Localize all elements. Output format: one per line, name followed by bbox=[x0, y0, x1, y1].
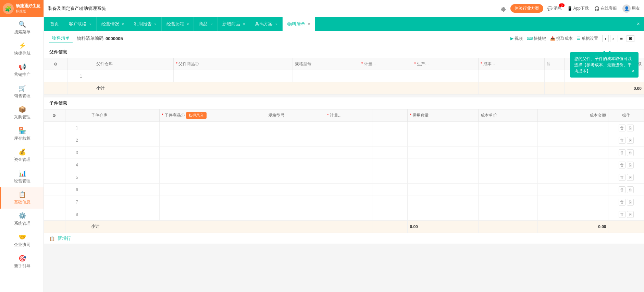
settings-icon[interactable] bbox=[499, 5, 506, 12]
child-row8-spec[interactable] bbox=[266, 208, 325, 221]
child-row4-qty[interactable] bbox=[408, 159, 479, 171]
tab-bizstatus-close[interactable]: × bbox=[122, 22, 124, 26]
action-extract-cost[interactable]: 📤 提取成本 bbox=[550, 36, 573, 42]
child-row5-warehouse[interactable] bbox=[89, 171, 160, 184]
child-row7-delete-icon[interactable]: 🗑 bbox=[619, 199, 626, 206]
action-extract-cost[interactable]: ▶ 视频 bbox=[510, 36, 523, 42]
user-avatar-item[interactable]: 👤 用友 bbox=[622, 4, 640, 13]
sidebar-item-guide[interactable]: 🎯 新手引导 bbox=[0, 251, 44, 272]
child-row3-product[interactable] bbox=[160, 147, 266, 159]
child-row5-spec[interactable] bbox=[266, 171, 325, 184]
child-row6-copy-icon[interactable]: ⎘ bbox=[627, 186, 634, 193]
child-row7-unit[interactable] bbox=[325, 196, 372, 208]
child-row1-qty[interactable] bbox=[408, 122, 479, 134]
child-row1-spec[interactable] bbox=[266, 122, 325, 134]
child-row5-unit[interactable] bbox=[325, 171, 372, 184]
child-row1-price[interactable] bbox=[479, 122, 537, 134]
child-row1-unit[interactable] bbox=[325, 122, 372, 134]
child-row8-delete-icon[interactable]: 🗑 bbox=[619, 211, 626, 218]
sidebar-item-operation[interactable]: 📊 经营管理 bbox=[0, 166, 44, 187]
app-download-item[interactable]: 📱 App下载 bbox=[567, 5, 589, 11]
tab-barcode-close[interactable]: × bbox=[275, 22, 277, 26]
tab-home[interactable]: 首页 bbox=[45, 17, 64, 31]
sidebar-item-marketing[interactable]: 📢 营销推广 bbox=[0, 60, 44, 81]
child-row4-unit[interactable] bbox=[325, 159, 372, 171]
message-icon-item[interactable]: 💬 消息 6 bbox=[547, 5, 562, 11]
child-row6-delete-icon[interactable]: 🗑 bbox=[619, 186, 626, 193]
tab-goods[interactable]: 商品 × bbox=[194, 17, 218, 31]
sidebar-item-collab[interactable]: 🤝 企业协同 bbox=[0, 230, 44, 251]
trial-btn[interactable]: 体验行业方案 bbox=[510, 4, 543, 13]
child-row2-price[interactable] bbox=[479, 134, 537, 147]
child-row5-delete-icon[interactable]: 🗑 bbox=[619, 174, 626, 181]
tooltip-close[interactable]: × bbox=[632, 68, 634, 74]
child-row1-copy-icon[interactable]: ⎘ bbox=[627, 125, 634, 131]
sidebar-item-basic[interactable]: 📋 基础信息 bbox=[0, 187, 44, 209]
tab-bom[interactable]: 物料清单 × bbox=[283, 17, 315, 31]
child-row3-qty[interactable] bbox=[408, 147, 479, 159]
child-row4-warehouse[interactable] bbox=[89, 159, 160, 171]
child-row6-qty[interactable] bbox=[408, 184, 479, 196]
child-row7-product[interactable] bbox=[160, 196, 266, 208]
child-row4-copy-icon[interactable]: ⎘ bbox=[627, 162, 634, 168]
child-row6-warehouse[interactable] bbox=[89, 184, 160, 196]
child-row8-unit[interactable] bbox=[325, 208, 372, 221]
child-row3-copy-icon[interactable]: ⎘ bbox=[627, 149, 634, 156]
child-row7-warehouse[interactable] bbox=[89, 196, 160, 208]
tab-newgoods-close[interactable]: × bbox=[243, 22, 245, 26]
child-row7-spec[interactable] bbox=[266, 196, 325, 208]
tab-bizstatus[interactable]: 经营情况 × bbox=[97, 17, 129, 31]
action-single-settings[interactable]: ☰ 单据设置 bbox=[577, 36, 598, 42]
tab-profit[interactable]: 利润报告 × bbox=[129, 17, 162, 31]
child-row6-price[interactable] bbox=[479, 184, 537, 196]
tab-customer-close[interactable]: × bbox=[89, 22, 91, 26]
child-row4-product[interactable] bbox=[160, 159, 266, 171]
sidebar-item-quicknav[interactable]: ⚡ 快捷导航 bbox=[0, 38, 44, 60]
child-row4-price[interactable] bbox=[479, 159, 537, 171]
child-row4-spec[interactable] bbox=[266, 159, 325, 171]
sidebar-item-system[interactable]: ⚙️ 系统管理 bbox=[0, 209, 44, 230]
menu-btn[interactable]: ≡ bbox=[618, 35, 625, 42]
parent-row1-production[interactable] bbox=[412, 70, 478, 82]
child-row7-copy-icon[interactable]: ⎘ bbox=[627, 199, 634, 206]
child-row7-price[interactable] bbox=[479, 196, 537, 208]
child-row2-product[interactable] bbox=[160, 134, 266, 147]
sidebar-item-inventory[interactable]: 🏪 库存核算 bbox=[0, 124, 44, 145]
nav-close-all[interactable]: × bbox=[634, 21, 643, 27]
tab-goods-close[interactable]: × bbox=[210, 22, 212, 26]
expand-btn[interactable]: ⊞ bbox=[627, 35, 634, 42]
child-row1-warehouse[interactable] bbox=[89, 122, 160, 134]
child-row4-delete-icon[interactable]: 🗑 bbox=[619, 162, 626, 168]
sidebar-item-purchase[interactable]: 📦 采购管理 bbox=[0, 102, 44, 124]
next-btn[interactable]: › bbox=[610, 35, 616, 42]
child-row8-copy-icon[interactable]: ⎘ bbox=[627, 211, 634, 218]
child-row2-unit[interactable] bbox=[325, 134, 372, 147]
child-row3-delete-icon[interactable]: 🗑 bbox=[619, 149, 626, 156]
child-row5-copy-icon[interactable]: ⎘ bbox=[627, 174, 634, 181]
child-row5-price[interactable] bbox=[479, 171, 537, 184]
sidebar-item-finance[interactable]: 💰 资金管理 bbox=[0, 145, 44, 166]
tab-bizhistory-close[interactable]: × bbox=[187, 22, 189, 26]
tab-customer[interactable]: 客户联络 × bbox=[64, 17, 97, 31]
child-row3-unit[interactable] bbox=[325, 147, 372, 159]
child-row3-warehouse[interactable] bbox=[89, 147, 160, 159]
child-row8-warehouse[interactable] bbox=[89, 208, 160, 221]
tab-profit-close[interactable]: × bbox=[154, 22, 157, 26]
parent-row1-warehouse[interactable] bbox=[94, 70, 174, 82]
sidebar-item-sales[interactable]: 🛒 销售管理 bbox=[0, 81, 44, 102]
child-row2-copy-icon[interactable]: ⎘ bbox=[627, 137, 634, 144]
child-row3-price[interactable] bbox=[479, 147, 537, 159]
tab-bom-close[interactable]: × bbox=[308, 22, 310, 26]
prev-btn[interactable]: ‹ bbox=[602, 35, 608, 42]
child-row2-qty[interactable] bbox=[408, 134, 479, 147]
child-row8-price[interactable] bbox=[479, 208, 537, 221]
parent-row1-unit[interactable] bbox=[359, 70, 412, 82]
child-row1-delete-icon[interactable]: 🗑 bbox=[619, 125, 626, 131]
child-row3-spec[interactable] bbox=[266, 147, 325, 159]
parent-row1-spec[interactable] bbox=[293, 70, 359, 82]
subheader-tab-bom[interactable]: 物料清单 bbox=[49, 34, 73, 43]
tab-bizhistory[interactable]: 经营历程 × bbox=[162, 17, 194, 31]
child-row7-qty[interactable] bbox=[408, 196, 479, 208]
child-row8-product[interactable] bbox=[160, 208, 266, 221]
parent-row1-product[interactable] bbox=[174, 70, 293, 82]
